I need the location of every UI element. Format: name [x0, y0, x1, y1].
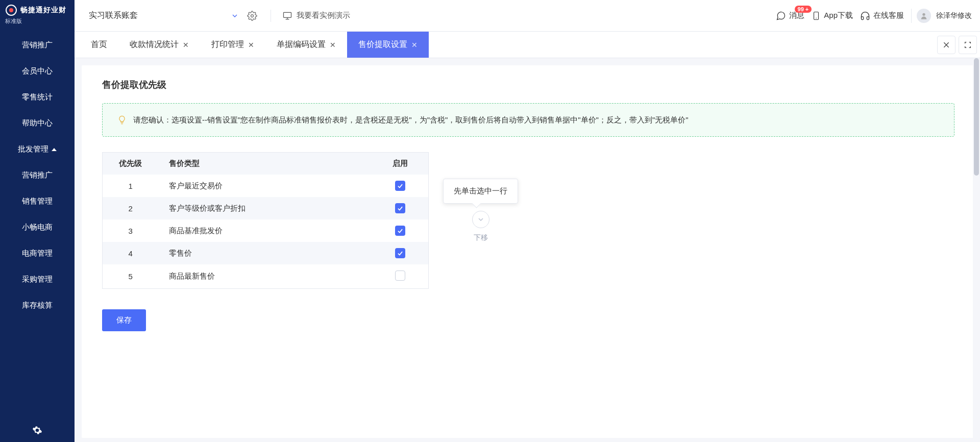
main: 实习联系账套 我要看实例演示 消息 99 + App下载	[75, 0, 980, 442]
priority-table: 优先级 售价类型 启用 1 客户最近交易价	[102, 152, 429, 289]
close-icon[interactable]: ✕	[248, 41, 254, 49]
fullscreen-icon	[964, 41, 972, 49]
cell-type: 客户等级价或客户折扣	[159, 197, 373, 219]
enable-checkbox[interactable]	[395, 181, 405, 191]
move-controls: 先单击选中一行 下移	[443, 179, 518, 242]
tab-doc-coding[interactable]: 单据编码设置 ✕	[265, 32, 347, 58]
sidebar-item-wholesale[interactable]: 批发管理	[0, 136, 75, 162]
download-label: App下载	[824, 11, 853, 20]
separator	[271, 10, 271, 22]
online-service-button[interactable]: 在线客服	[860, 11, 904, 21]
avatar	[917, 9, 931, 23]
sidebar-item-inventory[interactable]: 库存核算	[0, 292, 75, 318]
side-menu: 营销推广 会员中心 零售统计 帮助中心 批发管理 营销推广 销售管理 小畅电商 …	[0, 30, 75, 442]
tab-receipt-stats[interactable]: 收款情况统计 ✕	[118, 32, 200, 58]
account-name: 实习联系账套	[85, 10, 226, 21]
close-icon[interactable]: ✕	[330, 41, 336, 49]
table-row[interactable]: 3 商品基准批发价	[103, 219, 429, 242]
close-icon	[942, 41, 950, 49]
cell-priority: 2	[103, 197, 159, 219]
sidebar-item-purchase[interactable]: 采购管理	[0, 266, 75, 292]
svg-point-1	[9, 8, 13, 12]
move-down-label: 下移	[474, 233, 488, 242]
table-row[interactable]: 5 商品最新售价	[103, 264, 429, 289]
caret-up-icon	[52, 148, 57, 151]
svg-point-6	[922, 13, 925, 15]
settings-button[interactable]	[32, 425, 42, 437]
tooltip: 先单击选中一行	[443, 179, 518, 204]
cell-type: 商品最新售价	[159, 264, 373, 289]
messages-button[interactable]: 消息 99 +	[776, 11, 804, 21]
tab-label: 首页	[91, 39, 107, 50]
table-row[interactable]: 4 零售价	[103, 242, 429, 264]
close-icon[interactable]: ✕	[183, 41, 189, 49]
svg-rect-3	[284, 12, 291, 17]
fullscreen-button[interactable]	[959, 36, 977, 54]
check-icon	[397, 182, 404, 189]
service-label: 在线客服	[873, 11, 904, 20]
sidebar-item-sales[interactable]: 销售管理	[0, 188, 75, 214]
content-card: 售价提取优先级 请您确认：选项设置--销售设置"您在制作商品标准销售报价表时，是…	[82, 65, 975, 438]
cell-priority: 1	[103, 175, 159, 197]
brand-edition: 标准版	[0, 17, 75, 30]
table-row[interactable]: 2 客户等级价或客户折扣	[103, 197, 429, 219]
svg-point-2	[251, 14, 254, 17]
enable-checkbox[interactable]	[395, 203, 405, 213]
enable-checkbox[interactable]	[395, 226, 405, 236]
price-area: 优先级 售价类型 启用 1 客户最近交易价	[102, 152, 954, 289]
tab-home[interactable]: 首页	[80, 32, 118, 58]
close-icon[interactable]: ✕	[411, 41, 418, 49]
move-down-button[interactable]	[472, 211, 489, 228]
close-all-tabs-button[interactable]	[937, 36, 955, 54]
table-row[interactable]: 1 客户最近交易价	[103, 175, 429, 197]
sidebar-item-xiaochang[interactable]: 小畅电商	[0, 214, 75, 240]
scrollbar-thumb[interactable]	[974, 58, 979, 176]
account-settings-button[interactable]	[245, 9, 259, 23]
headset-icon	[860, 11, 870, 21]
cell-priority: 4	[103, 242, 159, 264]
tab-label: 收款情况统计	[130, 39, 179, 50]
sidebar-item-retail-stats[interactable]: 零售统计	[0, 84, 75, 110]
cell-priority: 3	[103, 219, 159, 242]
col-priority: 优先级	[103, 153, 159, 175]
sidebar-item-marketing2[interactable]: 营销推广	[0, 162, 75, 188]
gear-icon	[247, 11, 257, 21]
tip-box: 请您确认：选项设置--销售设置"您在制作商品标准销售报价表时，是含税还是无税"，…	[102, 103, 954, 137]
tabs-actions	[937, 32, 980, 58]
sidebar-item-marketing[interactable]: 营销推广	[0, 32, 75, 58]
svg-rect-4	[814, 12, 819, 19]
user-name: 徐泽华修改	[936, 11, 972, 20]
demo-label: 我要看实例演示	[297, 11, 350, 20]
lightbulb-icon	[117, 115, 127, 125]
account-selector[interactable]: 实习联系账套	[83, 7, 241, 24]
app-download-button[interactable]: App下载	[812, 11, 853, 21]
sidebar-item-member[interactable]: 会员中心	[0, 58, 75, 84]
tab-price-extract[interactable]: 售价提取设置 ✕	[347, 32, 429, 58]
col-type: 售价类型	[159, 153, 373, 175]
page-title: 售价提取优先级	[102, 79, 954, 91]
save-button[interactable]: 保存	[102, 309, 146, 331]
brand: 畅捷通好业财	[0, 0, 75, 17]
check-icon	[397, 227, 404, 234]
tab-label: 单据编码设置	[277, 39, 326, 50]
message-icon	[776, 11, 786, 21]
tab-label: 打印管理	[211, 39, 244, 50]
enable-checkbox[interactable]	[395, 271, 405, 281]
tab-print-manage[interactable]: 打印管理 ✕	[200, 32, 265, 58]
tab-label: 售价提取设置	[358, 39, 407, 50]
scrollbar[interactable]	[973, 58, 980, 442]
sidebar: 畅捷通好业财 标准版 营销推广 会员中心 零售统计 帮助中心 批发管理 营销推广…	[0, 0, 75, 442]
cell-type: 零售价	[159, 242, 373, 264]
sidebar-item-ecommerce[interactable]: 电商管理	[0, 240, 75, 266]
user-menu[interactable]: 徐泽华修改	[911, 9, 972, 23]
mobile-icon	[812, 11, 821, 21]
content-wrap: 售价提取优先级 请您确认：选项设置--销售设置"您在制作商品标准销售报价表时，是…	[75, 58, 980, 442]
sidebar-item-help[interactable]: 帮助中心	[0, 110, 75, 136]
brand-logo-icon	[5, 4, 17, 16]
cell-priority: 5	[103, 264, 159, 289]
topbar-right: 消息 99 + App下载 在线客服 徐泽华修改	[776, 9, 972, 23]
user-icon	[920, 12, 928, 20]
demo-link[interactable]: 我要看实例演示	[282, 11, 350, 21]
enable-checkbox[interactable]	[395, 248, 405, 258]
tabs: 首页 收款情况统计 ✕ 打印管理 ✕ 单据编码设置 ✕ 售价提取设置 ✕	[75, 32, 980, 58]
